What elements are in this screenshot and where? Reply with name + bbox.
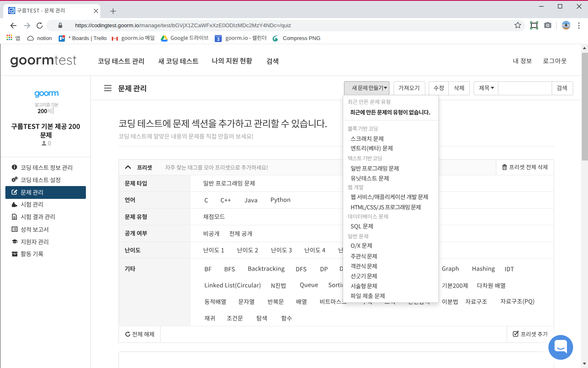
svg-text:3: 3 (217, 37, 220, 42)
